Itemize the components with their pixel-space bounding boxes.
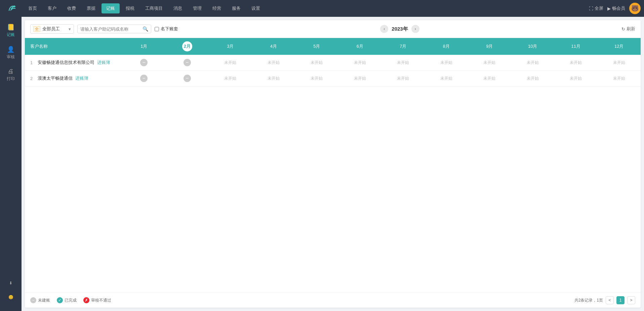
row2-feb[interactable]: − bbox=[166, 71, 209, 86]
user-avatar[interactable]: 🐻 bbox=[629, 3, 641, 14]
row2-apr: 未开始 bbox=[252, 71, 295, 86]
year-nav: ‹ 2023年 › bbox=[182, 25, 618, 33]
search-input[interactable] bbox=[80, 27, 140, 32]
sidebar-service[interactable]: 😊 bbox=[6, 291, 15, 303]
prev-year-button[interactable]: ‹ bbox=[380, 25, 388, 33]
sidebar-download[interactable]: ⬇ bbox=[6, 277, 15, 289]
row1-aug-status: 未开始 bbox=[440, 60, 452, 65]
col-dec: 12月 bbox=[598, 38, 641, 55]
table-header-row: 客户名称 1月 2月 3月 4月 5月 6月 7月 8月 9月 10月 11月 bbox=[25, 38, 641, 55]
sidebar-item-bookkeeping[interactable]: 📒 记账 bbox=[0, 20, 22, 41]
refresh-button[interactable]: ↻ 刷新 bbox=[621, 26, 635, 32]
row2-num: 2 bbox=[30, 76, 35, 81]
service-icon: 😊 bbox=[8, 295, 13, 300]
row1-nov-status: 未开始 bbox=[570, 60, 582, 65]
fullscreen-label: 全屏 bbox=[595, 5, 603, 11]
rejected-dot: ✗ bbox=[83, 297, 89, 303]
search-icon[interactable]: 🔍 bbox=[143, 26, 148, 32]
row1-may-status: 未开始 bbox=[311, 60, 323, 65]
total-info: 共2条记录，1页 bbox=[574, 298, 603, 303]
row1-may: 未开始 bbox=[295, 55, 338, 71]
filter-label: 名下账套 bbox=[161, 26, 178, 32]
row2-enter-link[interactable]: 进账簿 bbox=[75, 75, 88, 81]
vip-icon: ▶ bbox=[607, 6, 611, 11]
row2-sep: 未开始 bbox=[468, 71, 511, 86]
row1-jan-status[interactable]: − bbox=[140, 59, 148, 66]
prev-page-button[interactable]: < bbox=[606, 296, 614, 304]
legend-not-built: − 未建账 bbox=[30, 297, 50, 303]
row1-jan[interactable]: − bbox=[122, 55, 166, 71]
current-page-button[interactable]: 1 bbox=[616, 296, 625, 304]
row1-num: 1 bbox=[30, 60, 35, 65]
data-table: 客户名称 1月 2月 3月 4月 5月 6月 7月 8月 9月 10月 11月 bbox=[25, 38, 641, 86]
row1-jun-status: 未开始 bbox=[354, 60, 366, 65]
col-feb: 2月 bbox=[166, 38, 209, 55]
nav-bookkeeping[interactable]: 记账 bbox=[102, 3, 120, 13]
nav-services[interactable]: 服务 bbox=[227, 3, 245, 13]
row2-nov-status: 未开始 bbox=[570, 76, 582, 81]
col-oct: 10月 bbox=[511, 38, 555, 55]
nav-invoices[interactable]: 票据 bbox=[82, 3, 100, 13]
employee-select[interactable]: 全 全部员工 ▾ bbox=[30, 24, 74, 34]
row2-jan[interactable]: − bbox=[122, 71, 166, 86]
nav-tax[interactable]: 报税 bbox=[121, 3, 139, 13]
employee-select-label: 全部员工 bbox=[42, 26, 60, 32]
row2-jan-status[interactable]: − bbox=[140, 75, 148, 82]
nav-management[interactable]: 管理 bbox=[188, 3, 206, 13]
row2-apr-status: 未开始 bbox=[268, 76, 280, 81]
row1-enter-link[interactable]: 进账簿 bbox=[97, 60, 110, 66]
nav-messages[interactable]: 消息 bbox=[169, 3, 187, 13]
col-jul: 7月 bbox=[381, 38, 425, 55]
filter-checkbox[interactable] bbox=[155, 27, 159, 31]
col-jun: 6月 bbox=[338, 38, 382, 55]
next-page-button[interactable]: > bbox=[627, 296, 635, 304]
fullscreen-button[interactable]: ⛶ 全屏 bbox=[589, 5, 603, 11]
sidebar: 📒 记账 👤 审核 🖨 打印 ⬇ 😊 bbox=[0, 17, 22, 311]
col-jan: 1月 bbox=[122, 38, 166, 55]
row1-customer: 1 安徽畅捷通信息技术有限公司 进账簿 bbox=[25, 55, 122, 71]
col-apr: 4月 bbox=[252, 38, 295, 55]
sidebar-item-audit[interactable]: 👤 审核 bbox=[0, 42, 22, 63]
nav-home[interactable]: 首页 bbox=[24, 3, 42, 13]
col-aug: 8月 bbox=[425, 38, 468, 55]
row2-sep-status: 未开始 bbox=[483, 76, 495, 81]
row1-feb-status[interactable]: − bbox=[184, 59, 191, 66]
row2-aug-status: 未开始 bbox=[440, 76, 452, 81]
nav-operations[interactable]: 经营 bbox=[208, 3, 226, 13]
print-icon: 🖨 bbox=[8, 68, 14, 75]
filter-checkbox-wrap[interactable]: 名下账套 bbox=[155, 26, 178, 32]
row2-oct-status: 未开始 bbox=[527, 76, 539, 81]
rejected-label: 审核不通过 bbox=[91, 298, 111, 303]
row2-name: 漠澳太平畅捷通信 bbox=[38, 75, 73, 81]
row2-feb-status[interactable]: − bbox=[184, 75, 191, 82]
col-may: 5月 bbox=[295, 38, 338, 55]
toolbar: 全 全部员工 ▾ 🔍 名下账套 ‹ 2023年 › ↻ 刷新 bbox=[25, 20, 641, 38]
completed-label: 已完成 bbox=[65, 298, 77, 303]
row2-dec: 未开始 bbox=[598, 71, 641, 86]
content-area: 全 全部员工 ▾ 🔍 名下账套 ‹ 2023年 › ↻ 刷新 bbox=[25, 20, 641, 308]
nav-settings[interactable]: 设置 bbox=[247, 3, 265, 13]
row1-jul-status: 未开始 bbox=[397, 60, 409, 65]
row2-oct: 未开始 bbox=[511, 71, 555, 86]
sidebar-item-audit-label: 审核 bbox=[7, 54, 15, 60]
row1-feb[interactable]: − bbox=[166, 55, 209, 71]
pagination: 共2条记录，1页 < 1 > bbox=[574, 296, 635, 304]
sidebar-bottom: ⬇ 😊 bbox=[6, 277, 15, 311]
row2-jun-status: 未开始 bbox=[354, 76, 366, 81]
next-year-button[interactable]: › bbox=[411, 25, 419, 33]
nav-customers[interactable]: 客户 bbox=[43, 3, 61, 13]
row2-jun: 未开始 bbox=[338, 71, 382, 86]
search-input-wrap: 🔍 bbox=[77, 25, 151, 33]
vip-button[interactable]: ▶ 畅会员 bbox=[607, 5, 625, 11]
sidebar-item-print[interactable]: 🖨 打印 bbox=[0, 65, 22, 85]
row1-name: 安徽畅捷通信息技术有限公司 bbox=[38, 60, 94, 66]
nav-business[interactable]: 工商项目 bbox=[140, 3, 167, 13]
row1-sep-status: 未开始 bbox=[483, 60, 495, 65]
nav-fees[interactable]: 收费 bbox=[63, 3, 81, 13]
row1-aug: 未开始 bbox=[425, 55, 468, 71]
row1-oct: 未开始 bbox=[511, 55, 555, 71]
vip-label: 畅会员 bbox=[612, 5, 625, 11]
completed-dot: ✓ bbox=[57, 297, 63, 303]
table-row: 2 漠澳太平畅捷通信 进账簿 − − 未开始 未开始 未开始 未开始 未开始 未… bbox=[25, 71, 641, 86]
col-customer: 客户名称 bbox=[25, 38, 122, 55]
